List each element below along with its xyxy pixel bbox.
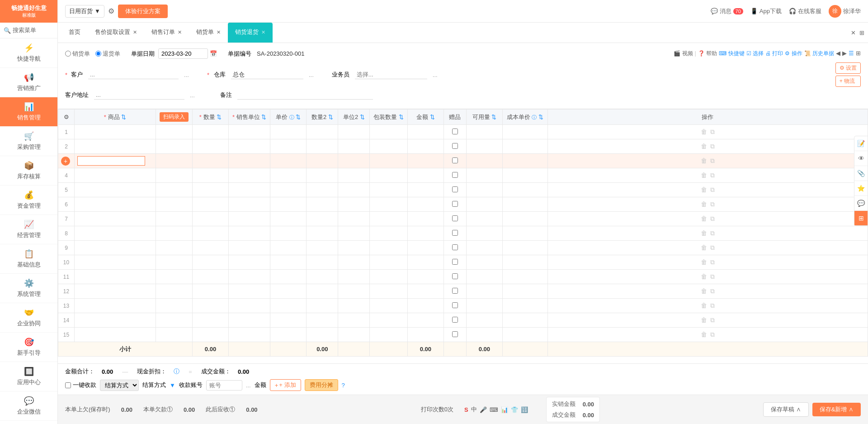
right-attachment-icon[interactable]: 📎	[854, 166, 868, 181]
tool5-icon[interactable]: 👕	[511, 406, 518, 413]
video-icon[interactable]: 🎬 视频	[674, 50, 693, 57]
unit2-cell[interactable]	[338, 241, 370, 255]
copy-row-icon[interactable]: ⧉	[710, 143, 715, 150]
calendar-icon[interactable]: 📅	[210, 50, 217, 57]
copy-row-icon[interactable]: ⧉	[710, 229, 715, 237]
amount-cell[interactable]	[407, 183, 443, 197]
gift-checkbox[interactable]	[452, 302, 458, 308]
unit2-cell[interactable]	[338, 270, 370, 284]
right-grid-icon[interactable]: ⊞	[854, 211, 868, 225]
sidebar-item-basic-info[interactable]: 📋 基础信息	[0, 244, 57, 274]
price-cell[interactable]	[270, 328, 307, 342]
shortcut-btn[interactable]: ⌨ 快捷键	[719, 50, 744, 57]
product-cell[interactable]	[75, 328, 156, 342]
radio-delivery[interactable]: 销货单	[65, 50, 90, 58]
tool6-icon[interactable]: 🔢	[521, 406, 528, 413]
delete-row-icon[interactable]: 🗑	[701, 273, 707, 280]
address-select-icon[interactable]: ...	[190, 92, 195, 99]
salesperson-input[interactable]	[355, 70, 427, 79]
qty-cell[interactable]	[193, 328, 229, 342]
cost-price-cell[interactable]	[502, 226, 547, 241]
message-btn[interactable]: 💬 消息 70	[711, 7, 743, 15]
qty2-cell[interactable]	[307, 328, 338, 342]
sidebar-item-enterprise-wechat[interactable]: 💬 企业微信	[0, 391, 57, 421]
copy-row-icon[interactable]: ⧉	[710, 157, 715, 164]
qty2-cell[interactable]	[307, 212, 338, 226]
pkg-qty-cell[interactable]	[370, 299, 408, 313]
pkg-qty-cell[interactable]	[370, 270, 408, 284]
unit-cell[interactable]	[229, 328, 270, 342]
copy-row-icon[interactable]: ⧉	[710, 287, 715, 295]
unit2-cell[interactable]	[338, 328, 370, 342]
price-cell[interactable]	[270, 183, 307, 197]
unit-cell[interactable]	[229, 212, 270, 226]
close-icon[interactable]: ✕	[261, 29, 265, 35]
right-note-icon[interactable]: 📝	[854, 136, 868, 151]
price-cell[interactable]	[270, 299, 307, 313]
settlement-select[interactable]: 结算方式	[100, 380, 139, 391]
right-chat-icon[interactable]: 💬	[854, 196, 868, 211]
gift-cell[interactable]	[443, 299, 466, 313]
gift-cell[interactable]	[443, 255, 466, 270]
delete-row-icon[interactable]: 🗑	[701, 331, 707, 338]
price-cell[interactable]	[270, 255, 307, 270]
online-service-btn[interactable]: 🎧 在线客服	[789, 7, 821, 15]
price-cell[interactable]	[270, 226, 307, 241]
unit2-cell[interactable]	[338, 284, 370, 299]
topbar-gear-icon[interactable]: ⚙	[108, 7, 114, 15]
delete-row-icon[interactable]: 🗑	[701, 186, 707, 193]
delete-row-icon[interactable]: 🗑	[701, 157, 707, 164]
cost-price-cell[interactable]	[502, 328, 547, 342]
gift-cell[interactable]	[443, 183, 466, 197]
th-unit2-sort[interactable]: ⇅	[360, 114, 365, 120]
available-cell[interactable]	[466, 284, 502, 299]
th-pkg-sort[interactable]: ⇅	[399, 114, 404, 120]
select-btn[interactable]: ☑ 选择	[746, 50, 764, 57]
view-list-icon[interactable]: ☰	[849, 50, 854, 57]
gift-checkbox[interactable]	[452, 244, 458, 250]
unit-cell[interactable]	[229, 299, 270, 313]
qty2-cell[interactable]	[307, 125, 338, 139]
gift-checkbox[interactable]	[452, 215, 458, 221]
qty-cell[interactable]	[193, 299, 229, 313]
available-cell[interactable]	[466, 125, 502, 139]
gift-cell[interactable]	[443, 168, 466, 183]
pkg-qty-cell[interactable]	[370, 241, 408, 255]
radio-delivery-input[interactable]	[65, 51, 71, 57]
copy-row-icon[interactable]: ⧉	[710, 258, 715, 266]
qty2-cell[interactable]	[307, 255, 338, 270]
app-download-btn[interactable]: 📱 App下载	[750, 7, 782, 15]
amount-cell[interactable]	[407, 299, 443, 313]
amount-cell[interactable]	[407, 212, 443, 226]
cost-price-cell[interactable]	[502, 255, 547, 270]
customer-select-icon[interactable]: ...	[184, 71, 189, 78]
pkg-qty-cell[interactable]	[370, 183, 408, 197]
unit2-cell[interactable]	[338, 313, 370, 328]
price-cell[interactable]	[270, 125, 307, 139]
gift-checkbox[interactable]	[452, 230, 458, 236]
sidebar-item-finance[interactable]: 💰 资金管理	[0, 186, 57, 215]
one-click-pay-input[interactable]	[65, 382, 71, 388]
right-star-icon[interactable]: ⭐	[854, 181, 868, 196]
tab-home[interactable]: 首页	[61, 23, 88, 43]
gift-checkbox[interactable]	[452, 201, 458, 207]
qty-cell[interactable]	[193, 125, 229, 139]
amount-cell[interactable]	[407, 313, 443, 328]
close-all-icon[interactable]: ✕	[851, 29, 856, 36]
qty2-cell[interactable]	[307, 183, 338, 197]
gift-cell[interactable]	[443, 154, 466, 168]
qty2-cell[interactable]	[307, 299, 338, 313]
cost-price-cell[interactable]	[502, 168, 547, 183]
copy-row-icon[interactable]: ⧉	[710, 128, 715, 135]
unit2-cell[interactable]	[338, 299, 370, 313]
product-cell[interactable]	[75, 183, 156, 197]
gift-cell[interactable]	[443, 226, 466, 241]
save-draft-btn[interactable]: 保存草稿 ∧	[763, 402, 809, 417]
price-cell[interactable]	[270, 154, 307, 168]
product-cell[interactable]	[75, 125, 156, 139]
help-circle-icon[interactable]: ⓘ	[174, 367, 179, 376]
qty2-cell[interactable]	[307, 313, 338, 328]
gift-cell[interactable]	[443, 212, 466, 226]
fee-split-btn[interactable]: 费用分摊	[305, 379, 338, 391]
copy-row-icon[interactable]: ⧉	[710, 331, 715, 338]
